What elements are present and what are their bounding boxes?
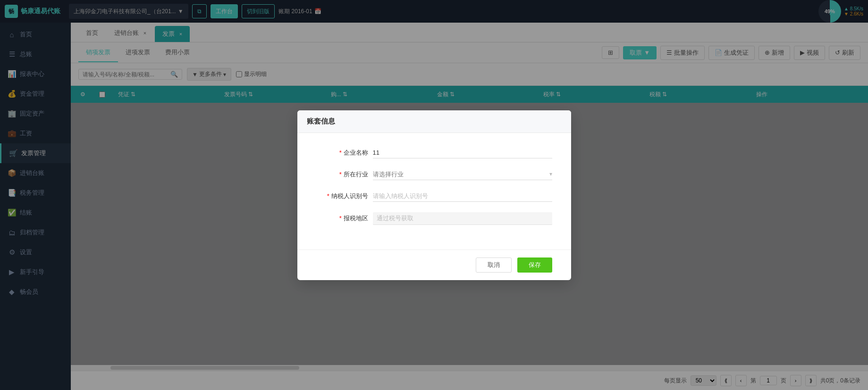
company-name-input[interactable] (373, 147, 552, 158)
modal-footer: 取消 保存 (297, 249, 571, 280)
modal-header: 账套信息 (297, 110, 571, 133)
save-button[interactable]: 保存 (517, 257, 552, 273)
tax-id-input[interactable] (373, 191, 552, 202)
company-name-label: * 企业名称 (316, 149, 373, 157)
industry-label: * 所在行业 (316, 170, 373, 179)
form-row-tax-region: * 报税地区 通过税号获取 (316, 212, 552, 225)
form-row-tax-id: * 纳税人识别号 (316, 191, 552, 202)
industry-input[interactable] (373, 171, 549, 178)
tax-region-readonly: 通过税号获取 (373, 212, 552, 225)
form-row-company: * 企业名称 (316, 147, 552, 158)
tax-id-label: * 纳税人识别号 (316, 192, 373, 200)
industry-chevron-icon: ▾ (549, 171, 552, 177)
form-row-industry: * 所在行业 ▾ (316, 169, 552, 180)
tax-region-label: * 报税地区 (316, 214, 373, 223)
modal-backdrop: 账套信息 * 企业名称 * 所在行业 ▾ (0, 0, 868, 390)
account-info-modal: 账套信息 * 企业名称 * 所在行业 ▾ (297, 110, 571, 280)
cancel-button[interactable]: 取消 (476, 257, 512, 273)
industry-select-wrap[interactable]: ▾ (373, 169, 552, 180)
modal-body: * 企业名称 * 所在行业 ▾ * 纳税人识 (297, 133, 571, 249)
